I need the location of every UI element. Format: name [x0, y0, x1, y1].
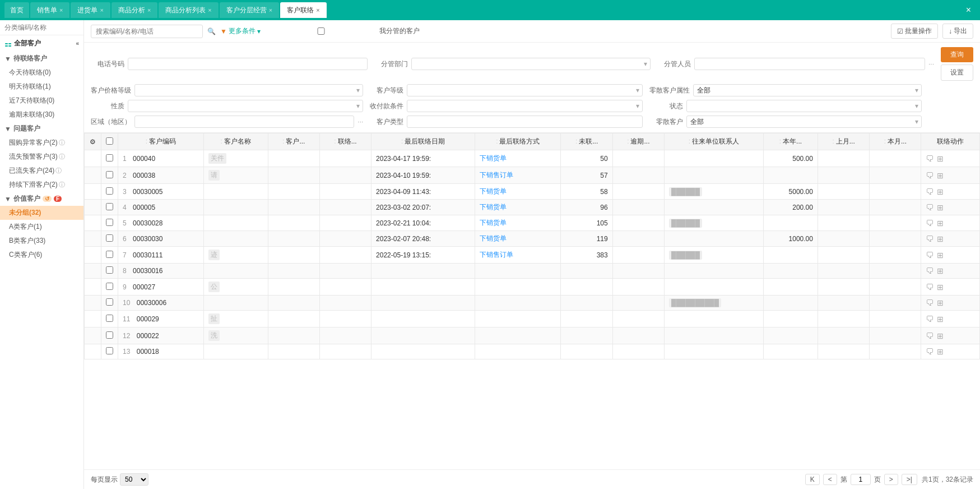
select-all-checkbox[interactable]: [106, 137, 113, 145]
td-checkbox[interactable]: [101, 231, 118, 247]
td-checkbox[interactable]: [101, 264, 118, 279]
first-page-button[interactable]: K: [805, 474, 820, 485]
col-contact[interactable]: :联络...: [319, 133, 371, 150]
action-call-icon[interactable]: 🗨: [926, 251, 933, 260]
filter-region-input[interactable]: [134, 116, 354, 128]
table-settings-icon[interactable]: ⚙: [90, 138, 96, 146]
action-call-icon[interactable]: 🗨: [926, 331, 933, 340]
col-last-date[interactable]: :最后联络日期: [371, 133, 475, 150]
tab-goods-analysis-close[interactable]: ×: [147, 7, 151, 13]
filter-customer-tier-select[interactable]: [407, 84, 642, 96]
sidebar-item-churned[interactable]: 已流失客户(24) ⓘ: [0, 164, 83, 178]
batch-op-button[interactable]: ☑ 批量操作: [891, 24, 938, 39]
action-more-icon[interactable]: ⊞: [937, 266, 944, 275]
td-checkbox[interactable]: [101, 296, 118, 311]
action-more-icon[interactable]: ⊞: [937, 298, 944, 307]
sidebar-group-problem-arrow[interactable]: ▼: [4, 125, 11, 133]
filter-nature-select[interactable]: [128, 100, 363, 112]
row-checkbox[interactable]: [106, 154, 113, 162]
action-more-icon[interactable]: ⊞: [937, 251, 944, 260]
last-method-link[interactable]: 下销货单: [480, 219, 507, 227]
value-refresh-icon[interactable]: ↺: [43, 196, 52, 202]
sidebar-collapse-icon[interactable]: «: [76, 40, 79, 47]
last-page-button[interactable]: >|: [902, 474, 917, 485]
col-last-month[interactable]: :上月...: [818, 133, 869, 150]
reset-button[interactable]: 设置: [941, 64, 973, 81]
col-type[interactable]: :客户...: [268, 133, 319, 150]
filter-retail-select[interactable]: 全部: [686, 116, 922, 128]
row-checkbox[interactable]: [106, 234, 113, 242]
row-checkbox[interactable]: [106, 251, 113, 258]
filter-search-button[interactable]: 🔍: [207, 27, 216, 35]
action-call-icon[interactable]: 🗨: [926, 171, 933, 180]
sidebar-item-churn-warning[interactable]: 流失预警客户(3) ⓘ: [0, 150, 83, 164]
tab-goods-analysis[interactable]: 商品分析 ×: [112, 2, 157, 18]
last-method-link[interactable]: 下销售订单: [480, 251, 513, 259]
sidebar-item-week-pending[interactable]: 近7天待联络(0): [0, 94, 83, 108]
action-call-icon[interactable]: 🗨: [926, 298, 933, 307]
search-input[interactable]: [91, 25, 203, 38]
col-not-contacted[interactable]: :未联...: [561, 133, 612, 150]
last-method-link[interactable]: 下销货单: [480, 154, 507, 162]
tab-goods-analysis-list-close[interactable]: ×: [208, 7, 211, 13]
action-call-icon[interactable]: 🗨: [926, 266, 933, 275]
last-method-link[interactable]: 下销货单: [480, 187, 507, 195]
tab-sales-close[interactable]: ×: [59, 7, 63, 13]
action-more-icon[interactable]: ⊞: [937, 315, 944, 324]
action-more-icon[interactable]: ⊞: [937, 347, 944, 356]
action-more-icon[interactable]: ⊞: [937, 171, 944, 180]
filter-phone-input[interactable]: [128, 58, 368, 70]
col-settings[interactable]: ⚙: [85, 133, 101, 150]
action-more-icon[interactable]: ⊞: [937, 283, 944, 292]
my-customers-checkbox-label[interactable]: 我分管的客户: [265, 26, 420, 36]
row-checkbox[interactable]: [106, 187, 113, 195]
row-checkbox[interactable]: [106, 315, 113, 322]
sidebar-item-overdue[interactable]: 逾期未联络(30): [0, 108, 83, 122]
export-button[interactable]: ↓ 导出: [942, 24, 973, 39]
filter-person-dots[interactable]: ···: [928, 60, 934, 68]
tab-goods-analysis-list[interactable]: 商品分析列表 ×: [159, 2, 218, 18]
last-method-link[interactable]: 下销售订单: [480, 171, 513, 179]
col-this-month[interactable]: :本月...: [870, 133, 921, 150]
action-call-icon[interactable]: 🗨: [926, 347, 933, 356]
tab-customer-contact-close[interactable]: ×: [316, 7, 319, 13]
action-call-icon[interactable]: 🗨: [926, 234, 933, 243]
col-name[interactable]: :客户名称: [203, 133, 268, 150]
action-more-icon[interactable]: ⊞: [937, 331, 944, 340]
sidebar-all-customers[interactable]: ⚏ 全部客户 «: [0, 35, 83, 52]
filter-payment-select[interactable]: [407, 100, 642, 112]
col-checkbox[interactable]: [101, 133, 118, 150]
col-contact-person[interactable]: :往来单位联系人: [664, 133, 763, 150]
tab-home[interactable]: 首页: [4, 2, 29, 18]
td-checkbox[interactable]: [101, 167, 118, 184]
col-overdue[interactable]: :逾期...: [612, 133, 664, 150]
sidebar-search-input[interactable]: [4, 24, 84, 31]
last-method-link[interactable]: 下销货单: [480, 203, 507, 211]
row-checkbox[interactable]: [106, 219, 113, 226]
tab-customer-tier[interactable]: 客户分层经营 ×: [220, 2, 279, 18]
filter-retail-attr-select[interactable]: 全部: [693, 84, 922, 96]
filter-status-select[interactable]: [686, 100, 922, 112]
tab-customer-contact[interactable]: 客户联络 ×: [280, 2, 326, 18]
sidebar-item-class-c[interactable]: C类客户(6): [0, 248, 83, 262]
td-checkbox[interactable]: [101, 327, 118, 344]
tab-purchase-close[interactable]: ×: [100, 7, 103, 13]
sidebar-item-ungrouped[interactable]: 未分组(32): [0, 206, 83, 220]
filter-customer-type-input[interactable]: [407, 116, 642, 128]
more-conditions-button[interactable]: ▼ 更多条件 ▾: [220, 26, 261, 36]
action-more-icon[interactable]: ⊞: [937, 203, 944, 212]
per-page-select[interactable]: 50 100 200: [120, 473, 148, 486]
sidebar-item-class-b[interactable]: B类客户(33): [0, 234, 83, 248]
action-call-icon[interactable]: 🗨: [926, 154, 933, 163]
window-close-button[interactable]: ×: [962, 5, 976, 15]
action-more-icon[interactable]: ⊞: [937, 234, 944, 243]
col-code[interactable]: :客户编码: [118, 133, 204, 150]
td-checkbox[interactable]: [101, 200, 118, 215]
tab-customer-tier-close[interactable]: ×: [269, 7, 272, 13]
action-more-icon[interactable]: ⊞: [937, 219, 944, 228]
sidebar-item-declining[interactable]: 持续下滑客户(2) ⓘ: [0, 178, 83, 192]
my-customers-checkbox[interactable]: [265, 27, 377, 35]
action-call-icon[interactable]: 🗨: [926, 203, 933, 212]
row-checkbox[interactable]: [106, 347, 113, 354]
filter-dept-select[interactable]: [411, 58, 651, 70]
